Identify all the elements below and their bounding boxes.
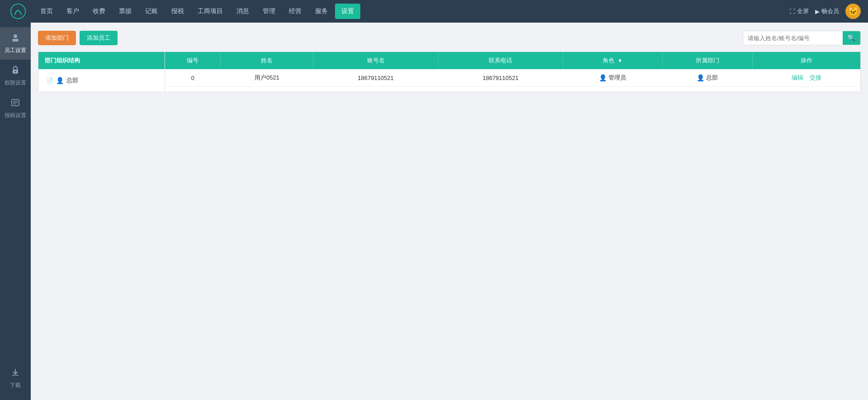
cell-name: 用户0521 — [221, 69, 313, 87]
nav-customer[interactable]: 客户 — [60, 4, 85, 19]
lock-icon — [10, 65, 20, 77]
col-name: 姓名 — [221, 52, 313, 69]
nav-manage[interactable]: 管理 — [256, 4, 282, 19]
col-id: 编号 — [165, 52, 221, 69]
tree-header: 部门组织结构 — [38, 52, 165, 69]
logo — [5, 3, 32, 19]
svg-point-1 — [14, 34, 17, 38]
svg-point-4 — [15, 71, 16, 72]
avatar-icon: 🐱 — [848, 6, 858, 16]
tree-user-icon: 👤 — [56, 77, 64, 84]
fullscreen-button[interactable]: ⛶ 全屏 — [789, 7, 809, 15]
nav-business[interactable]: 工商项目 — [191, 4, 229, 19]
tree-item-root[interactable]: 📄 👤 总部 — [43, 74, 160, 87]
cell-phone: 18679110521 — [438, 69, 563, 87]
nav-accounting[interactable]: 记账 — [139, 4, 164, 19]
table-header-row: 编号 姓名 账号名 联系电话 角色 ▼ 所属部门 操作 — [165, 52, 860, 69]
table-row: 0 用户0521 18679110521 18679110521 👤 管理员 — [165, 69, 860, 87]
edit-button[interactable]: 编辑 — [792, 74, 803, 81]
member-icon: ▶ — [815, 8, 820, 15]
sidebar-download[interactable]: 下载 — [0, 362, 31, 395]
nav-message[interactable]: 消息 — [230, 4, 255, 19]
toolbar: 添加部门 添加员工 🔍 — [38, 31, 861, 45]
cell-dept: 👤 总部 — [662, 69, 753, 87]
sidebar-employee-label: 员工设置 — [5, 47, 26, 54]
sidebar-download-label: 下载 — [10, 381, 21, 389]
role-badge: 👤 管理员 — [599, 74, 626, 82]
nav-operation[interactable]: 经营 — [283, 4, 308, 19]
nav-service[interactable]: 服务 — [309, 4, 334, 19]
search-button[interactable]: 🔍 — [843, 31, 860, 45]
role-user-icon: 👤 — [599, 74, 607, 81]
role-label: 管理员 — [609, 74, 626, 82]
sidebar-item-employee[interactable]: 员工设置 — [0, 27, 31, 60]
fullscreen-label: 全屏 — [797, 7, 809, 15]
add-dept-button[interactable]: 添加部门 — [38, 31, 76, 45]
tree-body: 📄 👤 总部 — [38, 69, 165, 92]
nav-billing[interactable]: 收费 — [86, 4, 112, 19]
table-panel: 编号 姓名 账号名 联系电话 角色 ▼ 所属部门 操作 0 — [165, 52, 860, 92]
cell-id: 0 — [165, 69, 221, 87]
member-label: 畅会员 — [821, 7, 839, 15]
filter-icon: ▼ — [618, 58, 623, 63]
download-icon — [10, 367, 20, 380]
add-employee-button[interactable]: 添加员工 — [80, 31, 118, 45]
svg-point-0 — [11, 4, 25, 19]
tax-setting-icon — [10, 98, 20, 110]
sidebar-item-permission[interactable]: 权限设置 — [0, 60, 31, 92]
sidebar-bottom: 下载 — [0, 362, 31, 395]
col-action: 操作 — [753, 52, 860, 69]
nav-home[interactable]: 首页 — [34, 4, 59, 19]
folder-icon: 📄 — [47, 77, 53, 84]
search-input[interactable] — [743, 32, 843, 44]
nav-invoice[interactable]: 票据 — [113, 4, 138, 19]
nav-tax[interactable]: 报税 — [165, 4, 190, 19]
tree-panel: 部门组织结构 📄 👤 总部 — [38, 52, 165, 92]
dept-label: 总部 — [706, 74, 718, 82]
fullscreen-icon: ⛶ — [789, 8, 795, 15]
employee-table: 编号 姓名 账号名 联系电话 角色 ▼ 所属部门 操作 0 — [165, 52, 860, 87]
search-wrap: 🔍 — [743, 31, 861, 45]
col-account: 账号名 — [313, 52, 438, 69]
col-phone: 联系电话 — [438, 52, 563, 69]
sidebar-item-taxsetting[interactable]: 报税设置 — [0, 92, 31, 125]
search-icon: 🔍 — [847, 34, 856, 42]
content-body: 部门组织结构 📄 👤 总部 编号 姓名 账号名 联系电话 — [38, 52, 861, 92]
member-button[interactable]: ▶ 畅会员 — [815, 7, 839, 15]
dept-badge: 👤 总部 — [697, 74, 718, 82]
transfer-button[interactable]: 交接 — [810, 74, 821, 81]
cell-account: 18679110521 — [313, 69, 438, 87]
col-role[interactable]: 角色 ▼ — [563, 52, 662, 69]
col-dept: 所属部门 — [662, 52, 753, 69]
tree-item-label: 总部 — [66, 76, 78, 85]
avatar[interactable]: 🐱 — [845, 4, 861, 19]
employee-icon — [10, 33, 20, 45]
col-role-label: 角色 — [603, 57, 614, 64]
top-nav-right: ⛶ 全屏 ▶ 畅会员 🐱 — [789, 4, 868, 19]
nav-settings[interactable]: 设置 — [335, 4, 360, 19]
sidebar-permission-label: 权限设置 — [5, 79, 26, 87]
top-navigation: 首页 客户 收费 票据 记账 报税 工商项目 消息 管理 经营 服务 设置 ⛶ … — [0, 0, 868, 23]
sidebar: 员工设置 权限设置 报税设置 — [0, 23, 31, 400]
cell-actions: 编辑 交接 — [753, 69, 860, 87]
main-content: 添加部门 添加员工 🔍 部门组织结构 📄 👤 总部 — [31, 23, 868, 400]
sidebar-taxsetting-label: 报税设置 — [5, 112, 26, 119]
nav-menu: 首页 客户 收费 票据 记账 报税 工商项目 消息 管理 经营 服务 设置 — [34, 4, 789, 19]
cell-role: 👤 管理员 — [563, 69, 662, 87]
dept-user-icon: 👤 — [697, 74, 704, 81]
svg-rect-2 — [12, 39, 19, 42]
